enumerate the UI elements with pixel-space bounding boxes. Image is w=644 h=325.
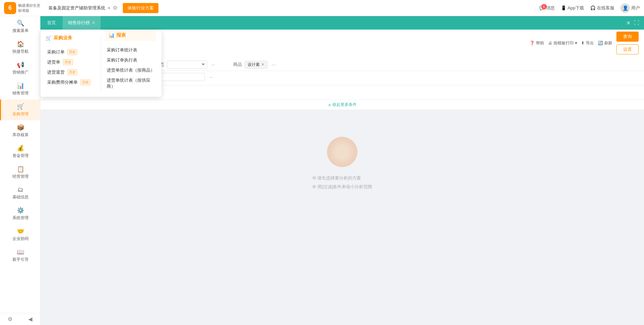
system-title-area: 装备及固定资产辅助管理系统 ▾ ⚙ 体验行业方案 xyxy=(44,3,539,13)
sales-icon: 📊 xyxy=(17,82,24,89)
goods-tag-chip: 设计素 ✕ xyxy=(245,61,267,69)
inventory-icon: 📦 xyxy=(17,124,24,131)
dropdown-item-po-stats[interactable]: 采购订单统计表 xyxy=(105,45,156,55)
sidebar-item-marketing[interactable]: 📢 营销推广 xyxy=(0,58,40,79)
help-icon: ❓ xyxy=(530,41,535,45)
report-section-title: 📊 报表 xyxy=(105,30,156,41)
message-badge: 6 xyxy=(541,4,547,9)
sidebar-collapse-icon[interactable]: ◀ xyxy=(28,316,32,322)
empty-illustration xyxy=(327,137,357,167)
history-badge-2: 历史 xyxy=(67,69,77,75)
goods-label: 商品 xyxy=(233,62,242,68)
message-badge-wrap: 💬 6 xyxy=(539,5,545,10)
dropdown-item-incoming-by-supplier[interactable]: 进货单统计表（按供应商） xyxy=(105,75,156,91)
dropdown-item-po-exec[interactable]: 采购订单执行表 xyxy=(105,55,156,65)
sidebar-item-inventory[interactable]: 📦 库存核算 xyxy=(0,120,40,141)
sidebar-item-guide[interactable]: 📖 新手引导 xyxy=(0,245,40,266)
sidebar-item-basic-info[interactable]: 🗂 基础信息 xyxy=(0,183,40,203)
header-right: 💬 6 消息 📱 App下载 🎧 在线客服 👤 用户 xyxy=(539,3,640,13)
dropdown-item-incoming[interactable]: 进货单 历史 xyxy=(46,57,97,67)
user-btn[interactable]: 👤 用户 xyxy=(620,3,640,13)
export-icon: ⬆ xyxy=(581,41,584,45)
goods-filter: 商品 设计素 ✕ ··· xyxy=(233,61,277,69)
collapse-conditions-btn[interactable]: ∧ 收起更多条件 xyxy=(40,100,644,110)
sidebar-item-finance[interactable]: 💰 资金管理 xyxy=(0,141,40,162)
empty-hint1: ❶ 请先选择要分析的方案 xyxy=(312,174,372,182)
headset-icon: 🎧 xyxy=(590,5,596,10)
tab-close-icon[interactable]: ✕ xyxy=(92,21,95,25)
tab-sales-rank[interactable]: 销售排行榜 ✕ xyxy=(63,16,101,30)
sidebar-item-quick-nav[interactable]: 🏠 快捷导航 xyxy=(0,37,40,58)
messages-btn[interactable]: 💬 6 消息 xyxy=(539,5,555,11)
refresh-icon: 🔄 xyxy=(598,41,603,45)
settings-icon[interactable]: ⚙ xyxy=(113,5,117,11)
salesperson-more-icon[interactable]: ··· xyxy=(208,74,214,80)
dropdown-item-expense[interactable]: 采购费用分摊单 历史 xyxy=(46,77,97,87)
history-badge-0: 历史 xyxy=(67,49,77,55)
purchase-section-title: 🛒 采购业务 xyxy=(46,35,97,43)
purchase-dropdown: 🛒 采购业务 采购订单 历史 进货单 历史 进货退货 历史 采购费用分摊单 历史… xyxy=(40,30,162,97)
print-icon: 🖨 xyxy=(548,41,552,45)
print-btn[interactable]: 🖨 按模板打印 ▾ xyxy=(548,40,577,46)
tab-bar: 首页 销售排行榜 ✕ ✕ ⛶ xyxy=(40,16,644,30)
export-btn[interactable]: ⬆ 导出 xyxy=(581,40,594,46)
system-title-text: 装备及固定资产辅助管理系统 xyxy=(48,5,105,11)
print-dropdown-icon[interactable]: ▾ xyxy=(575,41,577,45)
logo-icon: 6 xyxy=(4,2,16,14)
operations-icon: 📋 xyxy=(17,165,24,173)
app-download-btn[interactable]: 📱 App下载 xyxy=(561,5,584,11)
sidebar-item-sales[interactable]: 📊 销售管理 xyxy=(0,79,40,99)
goods-more-icon[interactable]: ··· xyxy=(270,62,277,67)
sidebar-settings-icon[interactable]: ⚙ xyxy=(8,316,12,322)
mobile-icon: 📱 xyxy=(561,5,566,10)
sidebar-item-system[interactable]: ⚙️ 系统管理 xyxy=(0,203,40,224)
sidebar-item-operations[interactable]: 📋 经营管理 xyxy=(0,162,40,183)
tab-bar-actions: ✕ ⛶ xyxy=(625,20,644,26)
sidebar-item-purchase[interactable]: 🛒 采购管理 xyxy=(0,99,40,120)
dropdown-divider xyxy=(101,35,101,91)
search-icon: 🔍 xyxy=(17,19,24,27)
dropdown-item-return[interactable]: 进货退货 历史 xyxy=(46,67,97,77)
query-btn[interactable]: 查询 xyxy=(616,32,639,42)
online-service-btn[interactable]: 🎧 在线客服 xyxy=(590,5,614,11)
history-badge-1: 历史 xyxy=(63,59,73,65)
settings-btn[interactable]: 设置 xyxy=(616,44,639,54)
tab-maximize-btn[interactable]: ⛶ xyxy=(633,20,641,26)
tab-close-btn[interactable]: ✕ xyxy=(625,20,632,26)
report-section-icon: 📊 xyxy=(109,33,114,38)
purchase-section: 🛒 采购业务 采购订单 历史 进货单 历史 进货退货 历史 采购费用分摊单 历史 xyxy=(46,35,97,91)
industry-btn[interactable]: 体验行业方案 xyxy=(123,3,158,13)
dropdown-arrow-icon[interactable]: ▾ xyxy=(108,6,110,10)
sidebar: 🔍 搜索菜单 🏠 快捷导航 📢 营销推广 📊 销售管理 🛒 采购管理 📦 库存核… xyxy=(0,16,40,325)
collab-icon: 🤝 xyxy=(17,228,24,235)
avatar: 👤 xyxy=(620,3,630,13)
basic-info-icon: 🗂 xyxy=(17,186,24,193)
home-icon: 🏠 xyxy=(17,40,24,48)
dropdown-item-incoming-by-goods[interactable]: 进货单统计表（按商品） xyxy=(105,65,156,75)
tab-home[interactable]: 首页 xyxy=(40,16,63,30)
history-badge-3: 历史 xyxy=(80,79,91,85)
document-status-more-icon[interactable]: ··· xyxy=(210,62,217,67)
refresh-btn[interactable]: 🔄 刷新 xyxy=(598,40,612,46)
finance-icon: 💰 xyxy=(17,145,24,152)
logo-text: 畅捷通好生意 标准版 xyxy=(18,3,40,13)
document-status-select[interactable] xyxy=(167,60,207,69)
sidebar-footer: ⚙ ◀ xyxy=(0,313,40,325)
guide-icon: 📖 xyxy=(17,248,24,256)
system-icon: ⚙️ xyxy=(17,207,24,214)
purchase-icon: 🛒 xyxy=(17,103,24,110)
collapse-icon: ∧ xyxy=(328,103,331,107)
help-btn[interactable]: ❓ 帮助 xyxy=(530,40,544,46)
empty-hint2: ❷ 用[过滤]条件来缩小分析范围 xyxy=(312,182,372,191)
goods-tag-close-icon[interactable]: ✕ xyxy=(261,62,264,67)
sidebar-item-collab[interactable]: 🤝 企业协同 xyxy=(0,224,40,245)
top-header: 6 畅捷通好生意 标准版 装备及固定资产辅助管理系统 ▾ ⚙ 体验行业方案 💬 … xyxy=(0,0,644,16)
marketing-icon: 📢 xyxy=(17,61,24,69)
dropdown-item-purchase-order[interactable]: 采购订单 历史 xyxy=(46,47,97,57)
sidebar-item-search[interactable]: 🔍 搜索菜单 xyxy=(0,16,40,37)
report-section: 📊 报表 采购订单统计表 采购订单执行表 进货单统计表（按商品） 进货单统计表（… xyxy=(105,35,156,91)
logo-area: 6 畅捷通好生意 标准版 xyxy=(4,2,44,14)
empty-state: ❶ 请先选择要分析的方案 ❷ 用[过滤]条件来缩小分析范围 xyxy=(40,110,644,218)
purchase-section-icon: 🛒 xyxy=(46,35,51,41)
